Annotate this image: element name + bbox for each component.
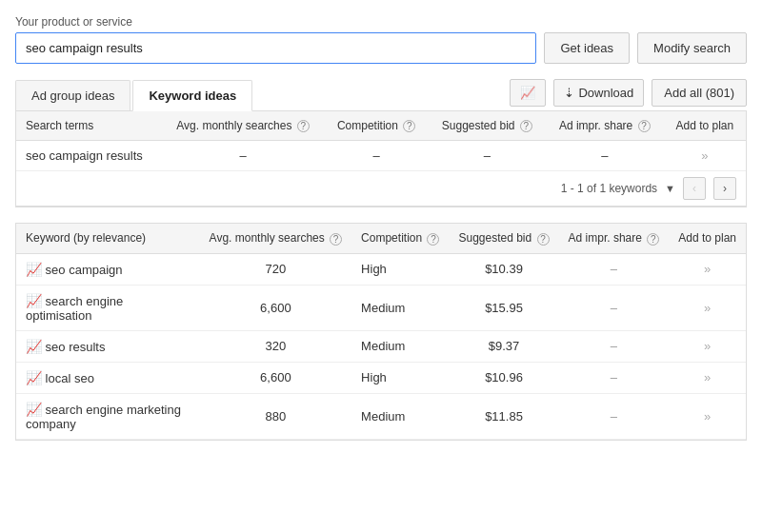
kw-competition: High — [351, 253, 449, 285]
col-add-to-plan-1: Add to plan — [664, 111, 746, 141]
keywords-section: Keyword (by relevance) Avg. monthly sear… — [15, 223, 747, 440]
trend-icon: 📈 — [26, 339, 42, 354]
col-ad-impr-2: Ad impr. share ? — [559, 224, 670, 253]
help-suggested-bid-2[interactable]: ? — [537, 233, 550, 246]
help-ad-impr-1[interactable]: ? — [638, 120, 651, 132]
kw-add-to-plan[interactable]: » — [669, 362, 746, 393]
kw-add-icon[interactable]: » — [704, 409, 711, 424]
kw-add-icon[interactable]: » — [704, 301, 711, 315]
col-suggested-bid-2: Suggested bid ? — [449, 224, 558, 253]
col-search-terms: Search terms — [16, 111, 162, 141]
keywords-table: Keyword (by relevance) Avg. monthly sear… — [16, 224, 746, 439]
kw-ad-impr: – — [559, 362, 670, 393]
col-ad-impr-1: Ad impr. share ? — [546, 111, 664, 141]
kw-suggested-bid: $9.37 — [449, 330, 558, 362]
add-to-plan-icon[interactable]: » — [701, 148, 708, 163]
kw-suggested-bid: $15.95 — [449, 285, 558, 330]
keyword-table-row: 📈 seo campaign 720 High $10.39 – » — [16, 253, 746, 285]
col-avg-monthly-1: Avg. monthly searches ? — [162, 111, 325, 141]
kw-suggested-bid: $11.85 — [449, 393, 558, 439]
kw-monthly-searches: 720 — [200, 253, 352, 285]
pagination-dropdown[interactable]: ▼ — [665, 183, 675, 194]
add-to-plan-cell[interactable]: » — [664, 141, 746, 171]
pagination-row: 1 - 1 of 1 keywords ▼ ‹ › — [16, 171, 746, 207]
download-label: Download — [578, 86, 633, 100]
search-label: Your product or service — [15, 15, 747, 29]
kw-add-icon[interactable]: » — [704, 339, 711, 353]
help-competition-2[interactable]: ? — [427, 233, 439, 246]
kw-add-to-plan[interactable]: » — [669, 330, 746, 362]
kw-add-icon[interactable]: » — [704, 262, 711, 276]
kw-competition: Medium — [351, 285, 449, 330]
keyword-cell: 📈 seo campaign — [16, 253, 200, 285]
add-all-button[interactable]: Add all (801) — [652, 79, 747, 107]
search-input[interactable] — [15, 32, 536, 64]
trend-icon: 📈 — [26, 402, 42, 417]
next-page-button[interactable]: › — [713, 177, 736, 200]
kw-suggested-bid: $10.39 — [449, 253, 558, 285]
search-term-cell: seo campaign results — [16, 141, 162, 171]
trend-icon: 📈 — [26, 370, 42, 385]
help-competition-1[interactable]: ? — [403, 120, 415, 132]
competition-cell: – — [324, 141, 428, 171]
keyword-cell: 📈 search engine optimisation — [16, 285, 200, 330]
kw-competition: Medium — [351, 330, 449, 362]
col-competition-2: Competition ? — [351, 224, 449, 253]
pagination-text: 1 - 1 of 1 keywords — [561, 182, 657, 195]
kw-monthly-searches: 320 — [200, 330, 352, 362]
keyword-cell: 📈 search engine marketing company — [16, 393, 200, 439]
tab-keyword-ideas[interactable]: Keyword ideas — [132, 80, 252, 111]
kw-ad-impr: – — [559, 330, 670, 362]
kw-add-to-plan[interactable]: » — [669, 285, 746, 330]
search-terms-table: Search terms Avg. monthly searches ? Com… — [16, 111, 746, 171]
kw-ad-impr: – — [559, 285, 670, 330]
kw-monthly-searches: 6,600 — [200, 285, 352, 330]
suggested-bid-cell: – — [429, 141, 546, 171]
download-icon: ⇣ — [564, 86, 574, 100]
help-suggested-bid-1[interactable]: ? — [520, 120, 532, 132]
get-ideas-button[interactable]: Get ideas — [544, 32, 630, 64]
ad-impr-cell: – — [546, 141, 664, 171]
kw-add-to-plan[interactable]: » — [669, 393, 746, 439]
tab-ad-group[interactable]: Ad group ideas — [15, 80, 130, 110]
col-suggested-bid-1: Suggested bid ? — [429, 111, 546, 141]
tabs-row: Ad group ideas Keyword ideas 📈 ⇣ Downloa… — [15, 79, 747, 111]
search-terms-section: Search terms Avg. monthly searches ? Com… — [15, 111, 747, 207]
table-row: seo campaign results – – – – » — [16, 141, 746, 171]
kw-competition: High — [351, 362, 449, 393]
keyword-cell: 📈 local seo — [16, 362, 200, 393]
kw-add-to-plan[interactable]: » — [669, 253, 746, 285]
help-ad-impr-2[interactable]: ? — [647, 233, 659, 246]
help-avg-monthly-2[interactable]: ? — [330, 233, 342, 246]
trend-icon: 📈 — [26, 262, 42, 277]
col-competition-1: Competition ? — [324, 111, 428, 141]
kw-ad-impr: – — [559, 393, 670, 439]
keyword-cell: 📈 seo results — [16, 330, 200, 362]
chart-icon: 📈 — [520, 86, 535, 100]
kw-monthly-searches: 880 — [200, 393, 352, 439]
help-avg-monthly-1[interactable]: ? — [297, 120, 310, 132]
keyword-table-row: 📈 search engine optimisation 6,600 Mediu… — [16, 285, 746, 330]
kw-suggested-bid: $10.96 — [449, 362, 558, 393]
kw-competition: Medium — [351, 393, 449, 439]
keyword-table-row: 📈 seo results 320 Medium $9.37 – » — [16, 330, 746, 362]
download-button[interactable]: ⇣ Download — [553, 79, 644, 107]
chart-icon-button[interactable]: 📈 — [510, 79, 546, 107]
monthly-searches-cell: – — [162, 141, 325, 171]
trend-icon: 📈 — [26, 293, 42, 308]
modify-search-button[interactable]: Modify search — [637, 32, 747, 64]
kw-add-icon[interactable]: » — [704, 370, 711, 384]
keyword-table-row: 📈 search engine marketing company 880 Me… — [16, 393, 746, 439]
col-avg-monthly-2: Avg. monthly searches ? — [200, 224, 352, 253]
prev-page-button[interactable]: ‹ — [683, 177, 706, 200]
keyword-table-row: 📈 local seo 6,600 High $10.96 – » — [16, 362, 746, 393]
col-add-to-plan-2: Add to plan — [669, 224, 746, 253]
col-keyword: Keyword (by relevance) — [16, 224, 200, 253]
kw-monthly-searches: 6,600 — [200, 362, 352, 393]
kw-ad-impr: – — [559, 253, 670, 285]
